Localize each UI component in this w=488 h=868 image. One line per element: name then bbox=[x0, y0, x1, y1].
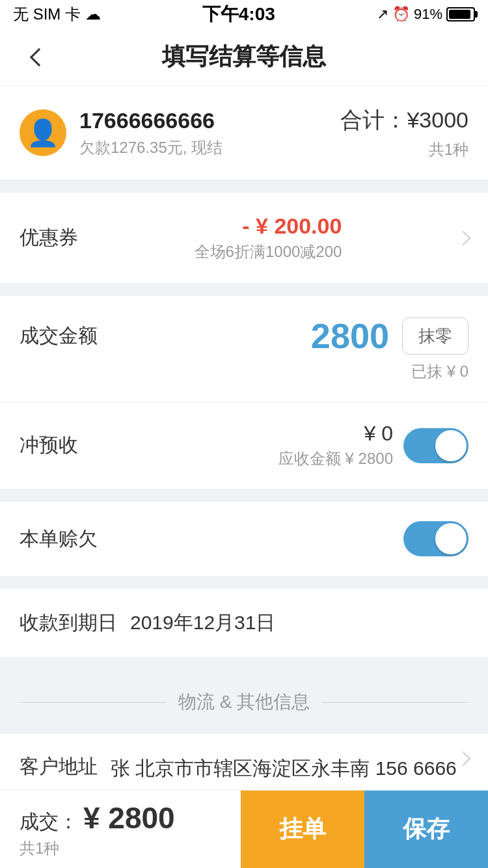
divider-4 bbox=[0, 576, 488, 589]
coupon-section: 优惠券 - ¥ 200.00 全场6折满1000减200 bbox=[0, 193, 488, 283]
customer-debt: 欠款1276.35元, 现结 bbox=[79, 137, 223, 158]
date-content: 收款到期日 2019年12月31日 bbox=[20, 610, 468, 636]
nav-bar: 填写结算等信息 bbox=[0, 29, 488, 86]
save-button[interactable]: 保存 bbox=[364, 791, 488, 869]
deal-amount-sub: 已抹 ¥ 0 bbox=[20, 361, 468, 382]
prepaid-label: 冲预收 bbox=[20, 432, 78, 459]
status-time: 下午4:03 bbox=[202, 2, 275, 27]
address-label: 客户地址 bbox=[20, 753, 98, 780]
coupon-right: - ¥ 200.00 全场6折满1000减200 bbox=[195, 213, 342, 262]
prepaid-sub: 应收金额 ¥ 2800 bbox=[278, 448, 393, 469]
footer-deal-amount: ¥ 2800 bbox=[83, 800, 175, 835]
logistics-label: 物流 & 其他信息 bbox=[165, 690, 323, 714]
status-bar: 无 SIM 卡 ☁ 下午4:03 ↗ ⏰ 91% bbox=[0, 0, 488, 29]
sim-label: 无 SIM 卡 ☁ bbox=[13, 4, 101, 25]
coupon-detail: 全场6折满1000减200 bbox=[195, 241, 342, 262]
debt-row: 本单赊欠 bbox=[0, 502, 488, 576]
logistics-line-left bbox=[20, 702, 165, 703]
address-chevron-icon bbox=[456, 752, 471, 766]
debt-section: 本单赊欠 bbox=[0, 502, 488, 576]
footer-count: 共1种 bbox=[20, 838, 221, 859]
total-count: 共1种 bbox=[340, 139, 468, 160]
back-arrow-icon bbox=[30, 47, 48, 66]
round-zero-button[interactable]: 抹零 bbox=[402, 318, 468, 355]
debt-toggle[interactable] bbox=[403, 521, 468, 556]
divider-2 bbox=[0, 283, 488, 296]
deal-amount-right: 2800 抹零 bbox=[311, 316, 468, 356]
prepaid-amount: ¥ 0 bbox=[278, 422, 393, 446]
avatar-icon: 👤 bbox=[27, 118, 59, 148]
debt-label: 本单赊欠 bbox=[20, 526, 98, 552]
total-amount: 合计：¥3000 bbox=[340, 105, 468, 135]
deal-amount-content: 成交金额 2800 抹零 已抹 ¥ 0 bbox=[0, 296, 488, 401]
divider-5 bbox=[0, 657, 488, 670]
footer-deal-label: 成交： bbox=[20, 809, 78, 835]
customer-info: 17666666666 欠款1276.35元, 现结 bbox=[79, 108, 223, 158]
back-button[interactable] bbox=[20, 38, 59, 77]
footer: 成交： ¥ 2800 共1种 挂单 保存 bbox=[0, 790, 488, 868]
status-left: 无 SIM 卡 ☁ bbox=[13, 4, 101, 25]
logistics-header: 物流 & 其他信息 bbox=[0, 670, 488, 734]
avatar: 👤 bbox=[20, 109, 66, 156]
status-right: ↗ ⏰ 91% bbox=[377, 6, 475, 23]
prepaid-section: 冲预收 ¥ 0 应收金额 ¥ 2800 bbox=[0, 401, 488, 489]
logistics-line-right bbox=[323, 702, 468, 703]
footer-info: 成交： ¥ 2800 共1种 bbox=[0, 800, 241, 859]
location-icon: ↗ bbox=[377, 6, 388, 23]
customer-card: 👤 17666666666 欠款1276.35元, 现结 合计：¥3000 共1… bbox=[0, 86, 488, 180]
due-date-value: 2019年12月31日 bbox=[130, 610, 275, 636]
prepaid-row: 冲预收 ¥ 0 应收金额 ¥ 2800 bbox=[20, 422, 468, 469]
battery-percent: 91% bbox=[414, 6, 442, 23]
customer-phone: 17666666666 bbox=[79, 108, 223, 133]
due-date-section: 收款到期日 2019年12月31日 bbox=[0, 589, 488, 657]
page-title: 填写结算等信息 bbox=[59, 41, 429, 73]
coupon-label: 优惠券 bbox=[20, 224, 78, 251]
divider-3 bbox=[0, 489, 488, 502]
deal-amount-value: 2800 bbox=[311, 316, 389, 356]
chevron-right-icon bbox=[456, 230, 471, 245]
debt-toggle-knob bbox=[435, 523, 467, 554]
hold-button[interactable]: 挂单 bbox=[241, 791, 364, 869]
battery-icon bbox=[446, 7, 475, 21]
deal-amount-section: 成交金额 2800 抹零 已抹 ¥ 0 冲预收 ¥ 0 应收金额 ¥ 2800 bbox=[0, 296, 488, 489]
customer-left: 👤 17666666666 欠款1276.35元, 现结 bbox=[20, 108, 223, 158]
coupon-row[interactable]: 优惠券 - ¥ 200.00 全场6折满1000减200 bbox=[0, 193, 488, 283]
deal-amount-row: 成交金额 2800 抹零 bbox=[20, 316, 468, 356]
coupon-amount: - ¥ 200.00 bbox=[195, 213, 342, 239]
alarm-icon: ⏰ bbox=[392, 6, 410, 23]
prepaid-right: ¥ 0 应收金额 ¥ 2800 bbox=[278, 422, 468, 469]
toggle-knob bbox=[435, 430, 467, 461]
prepaid-amount-block: ¥ 0 应收金额 ¥ 2800 bbox=[278, 422, 393, 469]
divider-1 bbox=[0, 180, 488, 193]
footer-deal-row: 成交： ¥ 2800 bbox=[20, 800, 221, 835]
due-date-label: 收款到期日 bbox=[20, 610, 117, 636]
prepaid-toggle[interactable] bbox=[403, 428, 468, 463]
customer-right: 合计：¥3000 共1种 bbox=[340, 105, 468, 160]
date-row: 收款到期日 2019年12月31日 bbox=[0, 589, 488, 657]
deal-amount-label: 成交金额 bbox=[20, 323, 98, 349]
